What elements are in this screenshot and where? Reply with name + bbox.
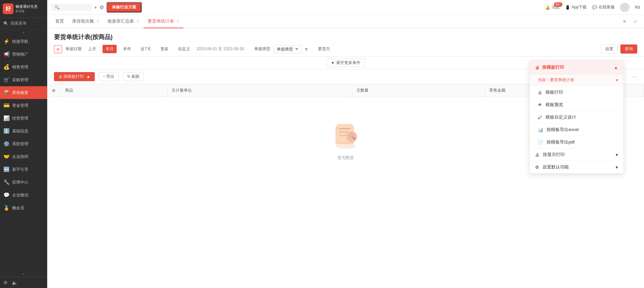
- sidebar-item-guide[interactable]: 🆕 新手引导: [0, 163, 47, 176]
- tab-receipt-summary-label: 收发存汇总表: [108, 18, 134, 24]
- sidebar-item-collab[interactable]: 🤝 企业协同: [0, 150, 47, 163]
- app-download-item[interactable]: 📱 App下载: [565, 4, 587, 10]
- sidebar-scroll-up[interactable]: ▲: [0, 29, 47, 35]
- filter-expand-icon[interactable]: »: [54, 45, 62, 53]
- tab-order-summary-label: 要货单统计表: [148, 18, 174, 24]
- sidebar-item-purchase[interactable]: 🛒 采购管理: [0, 73, 47, 86]
- dropdown-item-template-custom[interactable]: 🖊 模板自定义设计: [530, 111, 623, 124]
- print-dropdown-header[interactable]: 🖨 按模板打印 ▲: [530, 61, 623, 74]
- vip-icon: 🏅: [3, 205, 9, 211]
- query-button[interactable]: 查询: [620, 44, 637, 54]
- dropdown-item-template-excel[interactable]: 📊 按模板导出excel: [530, 124, 623, 136]
- print-dropdown-icon: 🖨: [535, 65, 539, 70]
- date-btn-last-month[interactable]: 上月: [85, 45, 99, 53]
- settings-gear-icon[interactable]: ⚙: [52, 88, 56, 93]
- table-col-unit: 主计量单位: [167, 84, 352, 97]
- current-template-label: 当前：要货单统计表: [538, 77, 574, 83]
- sidebar-item-system[interactable]: ⚙️ 系统管理: [0, 137, 47, 150]
- tab-order-summary[interactable]: 要货单统计表 ×: [144, 15, 183, 28]
- sound-bottom-icon[interactable]: 🔈: [12, 280, 18, 285]
- tab-receipt-summary-close[interactable]: ×: [136, 19, 139, 24]
- marketing-icon: 📢: [3, 51, 9, 57]
- service-icon: 💬: [592, 5, 597, 10]
- tab-inventory-batch-close[interactable]: ×: [96, 19, 99, 24]
- export-button[interactable]: ↑ 导出: [99, 72, 119, 81]
- template-custom-label: 模板自定义设计: [546, 114, 576, 120]
- dropdown-section-display-print[interactable]: 🖨 按显示打印 ▾: [530, 149, 623, 161]
- sidebar-item-wechat[interactable]: 💬 企业微信: [0, 189, 47, 201]
- action-more-icon[interactable]: ···: [632, 73, 637, 80]
- expand-more-btn[interactable]: ▼ 展开更多条件: [326, 59, 365, 67]
- sidebar-item-inventory[interactable]: 📦 库存核算: [0, 86, 47, 99]
- print-icon: 🖨: [58, 74, 63, 79]
- tab-order-summary-close[interactable]: ×: [176, 19, 179, 24]
- refresh-button[interactable]: ↻ 刷新: [123, 72, 144, 81]
- date-btn-more[interactable]: 更多: [157, 45, 172, 53]
- type-filter-select[interactable]: 单据类型: [274, 45, 301, 53]
- sidebar-item-vip[interactable]: 🏅 畅会员: [0, 201, 47, 214]
- topbar-dropdown-icon[interactable]: ▾: [94, 5, 97, 10]
- template-pdf-icon: 📄: [538, 140, 543, 145]
- sidebar-item-label: 营销推广: [12, 52, 28, 57]
- print-template-button[interactable]: 🖨 按模板打印 ▲: [54, 72, 95, 81]
- table-col-settings[interactable]: ⚙: [47, 84, 61, 97]
- template-preview-label: 模板预览: [546, 102, 563, 108]
- tab-expand-btn[interactable]: ⤢: [631, 17, 640, 26]
- settings-bottom-icon[interactable]: ⚙: [3, 280, 8, 285]
- sidebar-search[interactable]: 🔍 搜索菜单: [0, 18, 47, 29]
- tab-receipt-summary[interactable]: 收发存汇总表 ×: [104, 15, 143, 28]
- topbar-search[interactable]: 🔍: [51, 4, 92, 11]
- sidebar-item-quicknav[interactable]: ⚡ 快捷导航: [0, 35, 47, 48]
- date-btn-this-month[interactable]: 本月: [103, 45, 117, 53]
- expand-more-label: 展开更多条件: [336, 60, 360, 66]
- dropdown-item-template-pdf[interactable]: 📄 按模板导出pdf: [530, 136, 623, 149]
- print-dropdown-title: 按模板打印: [542, 64, 564, 70]
- sidebar-item-label: 畅会员: [12, 205, 24, 211]
- tab-home[interactable]: 首页: [51, 15, 68, 28]
- tab-inventory-batch[interactable]: 库存批次账 ×: [68, 15, 104, 28]
- sidebar-item-marketing[interactable]: 📢 营销推广: [0, 48, 47, 61]
- print-dropdown-up-icon[interactable]: ▲: [614, 65, 618, 70]
- sidebar-item-operations[interactable]: 📊 经营管理: [0, 112, 47, 125]
- notifications-item[interactable]: 🔔 消息 99+: [545, 4, 560, 10]
- refresh-label: 刷新: [131, 74, 140, 79]
- sidebar-item-sales[interactable]: 💰 销售管理: [0, 61, 47, 73]
- template-excel-label: 按模板导出excel: [547, 127, 579, 133]
- page-content: 要货单统计表(按商品) » 单据日期 上月 本月 本年 近7天 更多 自定义 2…: [47, 28, 644, 288]
- dropdown-item-template-print[interactable]: 🖨 模板打印: [530, 86, 623, 99]
- export-icon: ↑: [103, 74, 106, 79]
- app-download-label: App下载: [572, 4, 587, 10]
- date-btn-7days[interactable]: 近7天: [138, 45, 154, 53]
- display-print-arrow: ▾: [616, 152, 618, 157]
- trial-button[interactable]: 体验行业方案: [107, 2, 142, 12]
- sidebar-item-appstore[interactable]: 🔧 应用中心: [0, 176, 47, 189]
- dropdown-section-default-func[interactable]: ⚙ 设置默认功能 ▾: [530, 161, 623, 173]
- print-dropdown-current[interactable]: 当前：要货单统计表 ▾: [530, 74, 623, 86]
- current-template-arrow: ▾: [616, 78, 618, 83]
- sales-icon: 💰: [3, 64, 9, 70]
- refresh-icon: ↻: [127, 74, 131, 79]
- template-preview-icon: 👁: [538, 102, 542, 107]
- tab-close-window-btn[interactable]: ✕: [620, 17, 629, 26]
- online-service-item[interactable]: 💬 在线客服: [592, 4, 615, 10]
- sidebar-item-finance[interactable]: 💳 资金管理: [0, 99, 47, 112]
- filter-dropdown-icon[interactable]: ▾: [305, 45, 308, 53]
- sidebar-item-basic[interactable]: ℹ️ 基础信息: [0, 125, 47, 137]
- operations-icon: 📊: [3, 115, 9, 121]
- sidebar-scroll-down[interactable]: ▼: [0, 271, 47, 277]
- date-btn-custom[interactable]: 自定义: [175, 45, 193, 53]
- sidebar-item-label: 采购管理: [12, 77, 28, 83]
- user-avatar[interactable]: [620, 3, 630, 12]
- template-print-label: 模板打印: [546, 89, 563, 95]
- empty-illustration: 🔍: [329, 117, 362, 151]
- sidebar-item-label: 企业微信: [12, 192, 28, 198]
- date-btn-this-year[interactable]: 本年: [120, 45, 134, 53]
- page-title: 要货单统计表(按商品): [54, 33, 637, 41]
- main-content: 🔍 ▾ ⚙ 体验行业方案 🔔 消息 99+ 📱 App下载 💬 在线客服 Rit: [47, 0, 644, 288]
- topbar-gear-icon[interactable]: ⚙: [99, 4, 104, 10]
- print-dropdown: 🖨 按模板打印 ▲ 当前：要货单统计表 ▾ 🖨 模板打印 👁 模板预览: [529, 61, 624, 174]
- settings-button[interactable]: 设置: [601, 44, 618, 54]
- template-print-icon: 🖨: [538, 90, 542, 95]
- dropdown-item-template-preview[interactable]: 👁 模板预览: [530, 99, 623, 111]
- sidebar-bottom: ⚙ 🔈: [0, 277, 47, 288]
